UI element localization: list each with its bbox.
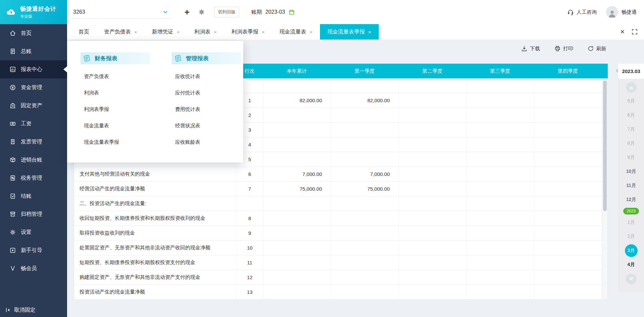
sidebar-item-archive-management[interactable]: 归档管理 xyxy=(0,205,67,223)
table-row[interactable]: 取得投资收益收到的现金9 xyxy=(74,226,607,241)
menu-item-receivables-statistics[interactable]: 应收统计表 xyxy=(172,68,242,85)
scroll-months-up-button[interactable] xyxy=(626,82,637,93)
month-item[interactable]: 1月 xyxy=(623,215,639,230)
download-button[interactable]: 下载 xyxy=(521,45,540,52)
sidebar-item-fund-management[interactable]: 资金管理 xyxy=(0,78,67,97)
tab-close-icon[interactable]: × xyxy=(134,29,137,35)
scrollbar-thumb[interactable] xyxy=(603,80,607,211)
unpin-sidebar-button[interactable]: 取消固定 xyxy=(0,303,67,317)
username[interactable]: 畅捷通 xyxy=(622,9,637,15)
month-item[interactable]: 5月 xyxy=(623,94,639,108)
tab-close-icon[interactable]: × xyxy=(214,29,217,35)
sidebar-item-tax-management[interactable]: 税务管理 xyxy=(0,169,67,187)
month-item[interactable]: 3月 xyxy=(625,244,638,257)
fullscreen-icon[interactable] xyxy=(631,28,638,35)
table-cell-q1 xyxy=(331,108,399,122)
month-item[interactable]: 9月 xyxy=(623,150,639,165)
sidebar-item-invoice-management[interactable]: 发票管理 xyxy=(0,133,67,151)
tab-close-icon[interactable]: × xyxy=(368,29,371,35)
scroll-months-down-button[interactable] xyxy=(626,274,637,284)
table-cell-item: 二、投资活动产生的现金流量: xyxy=(74,196,236,211)
menu-title: 管理报表 xyxy=(186,55,209,62)
table-row[interactable]: 短期投资、长期债券投资和长期股权投资支付的现金11 xyxy=(74,255,607,270)
menu-item-income-statement-quarterly[interactable]: 利润表季报 xyxy=(80,101,151,118)
month-item[interactable]: 11月 xyxy=(623,179,639,193)
tab-new-voucher[interactable]: 新增凭证 × xyxy=(145,24,187,40)
user-icon xyxy=(607,9,617,18)
support-link[interactable]: 人工咨询 xyxy=(567,9,597,15)
table-row[interactable]: 经营活动产生的现金流量净额775,000.0075,000.00 xyxy=(74,182,607,196)
menu-item-income-statement[interactable]: 利润表 xyxy=(80,85,151,101)
table-cell-q4 xyxy=(534,93,602,108)
menu-item-payables-statistics[interactable]: 应付统计表 xyxy=(172,85,242,101)
table-cell-item: 处置固定资产、无形资产和其他非流动资产收回的现金净额 xyxy=(74,241,236,255)
sidebar-item-label: 新手引导 xyxy=(21,247,42,254)
table-row[interactable]: 处置固定资产、无形资产和其他非流动资产收回的现金净额10 xyxy=(74,241,607,255)
sidebar-item-settings[interactable]: 设置 xyxy=(0,223,67,241)
table-cell-item: 购建固定资产、无形资产和其他非流动资产支付的现金 xyxy=(74,270,236,284)
month-item[interactable]: 8月 xyxy=(623,136,639,150)
month-item[interactable]: 7月 xyxy=(623,122,639,136)
table-cell-line: 9 xyxy=(236,226,263,240)
table-row[interactable]: 收回短期投资、长期债券投资和长期股权投资收到的现金8 xyxy=(74,211,607,226)
table-row[interactable]: 二、投资活动产生的现金流量: xyxy=(74,196,607,211)
tab-close-icon[interactable]: × xyxy=(262,29,265,35)
table-cell-q2 xyxy=(399,137,467,152)
double-chevron-down-icon xyxy=(628,276,634,282)
sidebar-item-general-ledger[interactable]: 总账 xyxy=(0,42,67,60)
tab-close-icon[interactable]: × xyxy=(310,29,313,35)
table-cell-q3 xyxy=(467,196,534,211)
table-cell-q2 xyxy=(399,285,467,299)
tab-income-statement-quarterly[interactable]: 利润表季报 × xyxy=(224,24,272,40)
refresh-button[interactable]: 刷新 xyxy=(587,45,606,52)
avatar[interactable] xyxy=(606,6,618,18)
table-cell-q2 xyxy=(399,255,467,270)
sidebar-item-beginner-guide[interactable]: 新手引导 xyxy=(0,241,67,259)
tab-home[interactable]: 首页 xyxy=(71,24,97,40)
sidebar-item-payroll[interactable]: 工资 xyxy=(0,115,67,133)
table-cell-q1: 7,000.00 xyxy=(331,167,399,181)
tab-cash-flow[interactable]: 现金流量表 × xyxy=(272,24,320,40)
menu-item-balance-sheet[interactable]: 资产负债表 xyxy=(80,68,151,85)
switch-version-button[interactable]: 切到旧版 xyxy=(214,7,239,17)
table-cell-q1 xyxy=(331,211,399,226)
close-all-tabs-button[interactable]: × xyxy=(620,28,625,36)
month-item[interactable]: 10月 xyxy=(623,165,639,179)
tab-balance-sheet[interactable]: 资产负债表 × xyxy=(97,24,145,40)
top-header: 畅捷通好会计 专业版 3263 + 切到旧版 账期 2023-03 xyxy=(0,0,644,24)
print-button[interactable]: 打印 xyxy=(554,45,573,52)
tab-income-statement[interactable]: 利润表 × xyxy=(187,24,224,40)
menu-item-cash-flow[interactable]: 现金流量表 xyxy=(80,118,151,134)
menu-column-financial: 财务报表 资产负债表 利润表 利润表季报 现金流量表 现金流量表季报 xyxy=(80,52,151,163)
sidebar-item-closing[interactable]: 结账 xyxy=(0,187,67,205)
member-v-icon xyxy=(9,265,16,272)
month-item[interactable]: 4月 xyxy=(623,258,639,272)
add-voucher-button[interactable]: + xyxy=(184,8,190,16)
brand-logo[interactable]: 畅捷通好会计 专业版 xyxy=(0,0,67,24)
accounting-period[interactable]: 账期 2023-03 xyxy=(251,9,295,16)
sidebar-item-fixed-assets[interactable]: 固定资产 xyxy=(0,97,67,115)
report-chart-icon xyxy=(9,66,16,73)
table-row[interactable]: 支付其他与经营活动有关的现金67,000.007,000.00 xyxy=(74,167,607,182)
menu-item-cash-flow-quarterly[interactable]: 现金流量表季报 xyxy=(80,134,151,150)
settings-gear-button[interactable] xyxy=(198,9,205,15)
month-item[interactable]: 12月 xyxy=(623,193,639,207)
month-item[interactable]: 2月 xyxy=(623,230,639,244)
table-scrollbar[interactable] xyxy=(602,78,607,299)
table-row[interactable]: 投资活动产生的现金流量净额13 xyxy=(74,285,607,300)
table-cell-line: 12 xyxy=(236,270,263,284)
menu-item-receivables-aging[interactable]: 应收账龄表 xyxy=(172,134,242,150)
menu-item-operating-status[interactable]: 经营状况表 xyxy=(172,118,242,134)
tab-close-icon[interactable]: × xyxy=(177,29,180,35)
month-item[interactable]: 6月 xyxy=(623,108,639,122)
tab-cash-flow-quarterly[interactable]: 现金流量表季报 × xyxy=(320,24,379,40)
account-selector[interactable]: 3263 xyxy=(70,5,171,19)
tab-label: 资产负债表 xyxy=(104,28,131,36)
table-row[interactable]: 购建固定资产、无形资产和其他非流动资产支付的现金12 xyxy=(74,270,607,285)
sidebar-item-purchase-sales-ledger[interactable]: 进销台账 xyxy=(0,151,67,169)
sidebar-item-home[interactable]: 首页 xyxy=(0,24,67,42)
header-q2: 第二季度 xyxy=(398,64,466,78)
sidebar-item-report-center[interactable]: 报表中心 xyxy=(0,60,67,78)
sidebar-item-member[interactable]: 畅会员 xyxy=(0,259,67,277)
menu-item-expense-statistics[interactable]: 费用统计表 xyxy=(172,101,242,118)
